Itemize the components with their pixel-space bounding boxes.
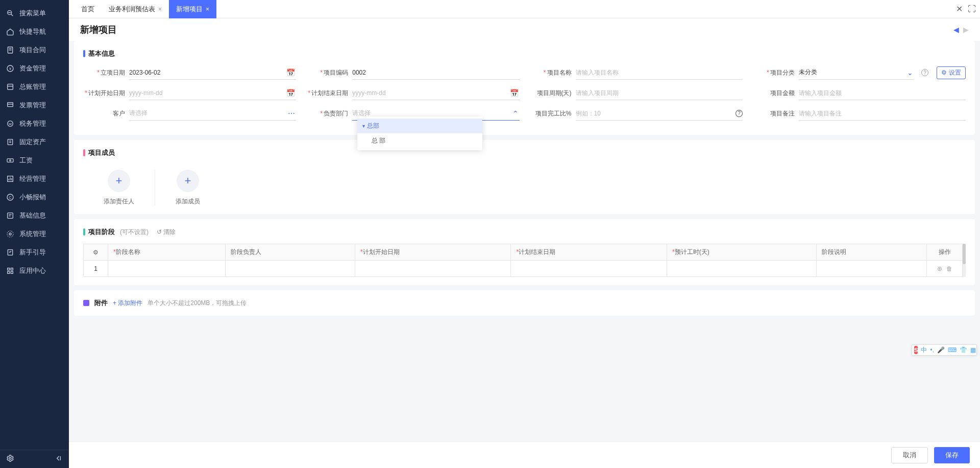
table-row[interactable]: 1 ⊕🗑	[84, 261, 963, 277]
svg-text:¥: ¥	[9, 67, 11, 71]
nav-next-icon[interactable]: ▶	[963, 26, 969, 34]
label-planend: 计划结束日期	[311, 89, 348, 98]
sidebar-item-salary[interactable]: 工资	[0, 151, 69, 170]
cell-name[interactable]	[108, 261, 226, 277]
sidebar-collapse-icon[interactable]	[55, 454, 63, 464]
ime-punct-icon[interactable]: •,	[930, 346, 934, 354]
info-icon	[6, 212, 14, 220]
input-planstart[interactable]	[129, 89, 285, 97]
add-row-icon[interactable]: ⊕	[937, 265, 942, 272]
sidebar-search[interactable]: 搜索菜单	[0, 4, 69, 22]
col-owner: 阶段负责人	[226, 244, 355, 261]
input-code[interactable]	[352, 69, 519, 76]
help-icon[interactable]: ?	[736, 110, 742, 117]
label-planstart: 计划开始日期	[88, 89, 125, 98]
sidebar-item-tax[interactable]: 税务管理	[0, 114, 69, 133]
select-category[interactable]: 未分类	[799, 68, 906, 77]
sidebar-item-quicknav[interactable]: 快捷导航	[0, 22, 69, 41]
input-remark[interactable]	[799, 110, 966, 117]
ime-toolbar[interactable]: S 中 •, 🎤 ⌨ 👕 ▦	[912, 344, 977, 356]
calendar-icon[interactable]: 📅	[509, 89, 520, 97]
help-icon[interactable]: ?	[921, 69, 928, 76]
sidebar-settings-icon[interactable]	[6, 454, 14, 464]
input-amount[interactable]	[799, 89, 966, 97]
tab-new-project[interactable]: 新增项目×	[169, 0, 216, 18]
sidebar-item-biz[interactable]: 经营管理	[0, 170, 69, 188]
input-name[interactable]	[576, 69, 743, 76]
close-icon[interactable]: ×	[158, 6, 162, 13]
add-member-button[interactable]: +	[177, 170, 199, 192]
add-attachment-button[interactable]: + 添加附件	[113, 299, 142, 308]
cell-start[interactable]	[355, 261, 511, 277]
input-progress[interactable]	[576, 110, 733, 117]
sidebar-item-label: 资金管理	[19, 64, 46, 73]
ime-skin-icon[interactable]: 👕	[960, 346, 967, 354]
sidebar-item-sys[interactable]: 系统管理	[0, 225, 69, 243]
cell-owner[interactable]	[226, 261, 355, 277]
dropdown-item-root[interactable]: ▾ 总部	[357, 119, 482, 133]
chevron-up-icon[interactable]: ⌃	[511, 109, 520, 118]
sidebar-item-label: 系统管理	[19, 229, 46, 239]
save-button[interactable]: 保存	[934, 447, 970, 463]
ime-mic-icon[interactable]: 🎤	[937, 346, 945, 354]
sidebar-item-label: 快捷导航	[19, 27, 46, 36]
table-scrollbar[interactable]	[963, 244, 966, 277]
ime-keyboard-icon[interactable]: ⌨	[948, 346, 957, 354]
category-settings-button[interactable]: ⚙ 设置	[937, 66, 966, 79]
svg-rect-31	[8, 268, 10, 270]
window-close-icon[interactable]: ✕	[956, 4, 963, 14]
reimb-icon: C	[6, 193, 14, 201]
sidebar-item-ledger[interactable]: 总账管理	[0, 78, 69, 96]
tab-home[interactable]: 首页	[74, 0, 102, 18]
add-member-label: 添加成员	[176, 197, 200, 206]
section-title: 项目成员	[88, 148, 115, 157]
svg-rect-32	[11, 268, 13, 270]
caret-down-icon: ▾	[362, 123, 365, 129]
sidebar-item-label: 总账管理	[19, 82, 46, 91]
sidebar-item-apps[interactable]: 应用中心	[0, 262, 69, 280]
svg-rect-33	[8, 271, 10, 273]
dropdown-item-label: 总部	[367, 122, 379, 130]
svg-text:C: C	[9, 195, 12, 200]
cancel-button[interactable]: 取消	[891, 447, 928, 463]
nav-prev-icon[interactable]: ◀	[953, 26, 959, 34]
chevron-down-icon[interactable]: ⌄	[906, 68, 914, 77]
col-gear[interactable]: ⚙	[84, 244, 108, 261]
sidebar-item-funds[interactable]: ¥资金管理	[0, 59, 69, 78]
calendar-icon[interactable]: 📅	[285, 89, 296, 97]
col-end: *计划结束日期	[511, 244, 667, 261]
calendar-icon[interactable]: 📅	[285, 68, 296, 77]
sidebar-item-reimb[interactable]: C小畅报销	[0, 188, 69, 206]
ime-lang[interactable]: 中	[921, 346, 927, 355]
sidebar-item-guide[interactable]: 新手引导	[0, 243, 69, 262]
svg-rect-17	[7, 159, 13, 162]
sidebar-item-info[interactable]: 基础信息	[0, 206, 69, 225]
sidebar-item-asset[interactable]: 固定资产	[0, 133, 69, 151]
label-createdate: 立项日期	[101, 68, 125, 77]
input-createdate[interactable]	[129, 69, 285, 76]
sidebar-item-label: 新手引导	[19, 248, 46, 257]
tab-profit-estimate[interactable]: 业务利润预估表×	[102, 0, 169, 18]
ime-menu-icon[interactable]: ▦	[970, 346, 976, 354]
dropdown-item-child[interactable]: 总 部	[357, 133, 482, 148]
cell-end[interactable]	[511, 261, 667, 277]
input-planend[interactable]	[352, 89, 508, 97]
more-icon[interactable]: ⋯	[287, 109, 296, 118]
fullscreen-icon[interactable]: ⛶	[968, 5, 976, 14]
cell-desc[interactable]	[817, 261, 927, 277]
label-progress: 项目完工比%	[535, 109, 572, 118]
clear-button[interactable]: ↺ 清除	[157, 228, 176, 237]
sidebar-item-label: 工资	[19, 156, 33, 165]
cell-hours[interactable]	[667, 261, 817, 277]
select-customer[interactable]: 请选择	[129, 109, 287, 118]
close-icon[interactable]: ×	[206, 6, 209, 13]
sidebar-item-invoice[interactable]: 发票管理	[0, 96, 69, 114]
delete-row-icon[interactable]: 🗑	[946, 265, 952, 272]
input-duration[interactable]	[576, 89, 743, 97]
svg-rect-11	[8, 103, 13, 107]
sidebar-item-contract[interactable]: 项目合同	[0, 41, 69, 59]
apps-icon	[6, 267, 14, 275]
dept-dropdown: ▾ 总部 总 部	[357, 116, 482, 150]
topbar: 首页 业务利润预估表× 新增项目× ✕ ⛶	[69, 0, 980, 18]
add-owner-button[interactable]: +	[108, 170, 130, 192]
